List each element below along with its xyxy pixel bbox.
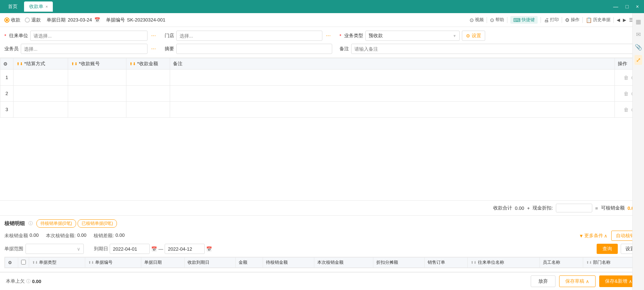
- row-2-account[interactable]: [68, 86, 126, 102]
- sort-dept-icon[interactable]: ⬆⬇: [586, 260, 592, 264]
- date-from-calendar-icon[interactable]: 📅: [151, 246, 157, 252]
- bottom-bar: 本单上欠 ⓘ 0.00 放弃 保存草稿 ∧ 保存&新增 ∧: [0, 272, 644, 290]
- staff-input[interactable]: [21, 44, 148, 54]
- sidebar-attachment-icon[interactable]: 📎: [633, 42, 644, 52]
- table-settings-icon-2[interactable]: ⚙: [8, 260, 12, 265]
- actions-btn[interactable]: ⚙ 操作: [565, 17, 580, 23]
- video-btn[interactable]: ⊙ 视频: [470, 17, 484, 23]
- verify-title: 核销明细: [4, 220, 25, 227]
- discard-btn[interactable]: 放弃: [531, 275, 555, 287]
- next-btn[interactable]: ▶: [623, 17, 626, 23]
- equals-sign: =: [595, 205, 598, 211]
- receipt-radio[interactable]: 收款: [4, 17, 20, 23]
- query-btn[interactable]: 查询: [597, 244, 618, 254]
- total-label: 收款合计: [493, 205, 512, 211]
- staff-more-btn[interactable]: ···: [150, 46, 157, 52]
- range-select[interactable]: ∨: [25, 244, 84, 254]
- shortcut-btn[interactable]: ⌨ 快捷键: [510, 16, 538, 24]
- current-value: 0.00: [77, 232, 86, 239]
- sort-doc-type-icon[interactable]: ⬆⬇: [32, 260, 38, 264]
- verify-tab-pending[interactable]: 待核销单据(0笔): [36, 219, 76, 228]
- settings-label: 设置: [472, 32, 481, 39]
- discount-input[interactable]: [556, 204, 592, 212]
- form-row-1: * 往来单位 ··· 门店 ··· * 业务类型 预收款 ▼ ⚙: [4, 31, 640, 41]
- receipt-radio-dot: [4, 17, 9, 23]
- actions-icon: ⚙: [565, 17, 570, 23]
- table-row: 2 🗑 ⊕: [0, 86, 644, 102]
- vth-checkbox: ⚙: [5, 258, 18, 268]
- business-type-select[interactable]: 预收款 ▼: [365, 31, 460, 41]
- store-input[interactable]: [176, 31, 322, 41]
- maximize-btn[interactable]: □: [623, 4, 631, 9]
- counterparty-more-btn[interactable]: ···: [150, 32, 157, 39]
- minimize-btn[interactable]: —: [611, 4, 620, 9]
- history-btn[interactable]: 📋 历史单据: [586, 17, 610, 23]
- verify-tabs: 待核销单据(0笔) 已核销单据(0笔): [36, 219, 117, 228]
- row-3-settlement[interactable]: [13, 102, 68, 118]
- save-draft-label: 保存草稿: [565, 278, 584, 285]
- select-all-checkbox[interactable]: [21, 260, 26, 264]
- stat-unverified: 未核销金额 0.00: [4, 232, 39, 239]
- row-2-settlement[interactable]: [13, 86, 68, 102]
- tab-active[interactable]: 收款单 ×: [24, 1, 53, 12]
- diff-label: 核销差额:: [94, 232, 114, 239]
- form-area: * 往来单位 ··· 门店 ··· * 业务类型 预收款 ▼ ⚙: [0, 27, 644, 58]
- note-input[interactable]: [351, 44, 640, 54]
- row-num-3: 3: [0, 102, 13, 118]
- row-2-note[interactable]: [170, 86, 615, 102]
- save-draft-btn[interactable]: 保存草稿 ∧: [559, 275, 596, 287]
- row-3-account[interactable]: [68, 102, 126, 118]
- sort-doc-number-icon[interactable]: ⬆⬇: [88, 260, 94, 264]
- row-1-amount[interactable]: [126, 70, 170, 86]
- due-date-label: 到期日: [94, 246, 108, 252]
- verify-table-area: ⚙ ⬆⬇ 单据类型 ⬆⬇ 单据编号 单据日期 收款到期日 金: [4, 257, 640, 268]
- close-btn[interactable]: ×: [634, 4, 641, 9]
- row-3-amount[interactable]: [126, 102, 170, 118]
- date-dash: —: [158, 246, 163, 252]
- business-settings-btn[interactable]: ⚙ 设置: [462, 31, 485, 41]
- table-settings-icon[interactable]: ⚙: [3, 61, 8, 67]
- store-more-btn[interactable]: ···: [325, 32, 332, 39]
- table-row: 1 🗑 ⊕: [0, 70, 644, 86]
- summary-label: 摘要: [165, 46, 174, 52]
- date-to-input[interactable]: [165, 244, 205, 254]
- more-conditions-btn[interactable]: ▼ 更多条件 ∧: [579, 232, 608, 239]
- refund-radio-label: 退款: [31, 17, 41, 23]
- sidebar-expand-icon[interactable]: ⤢: [635, 55, 642, 65]
- date-from-input[interactable]: [110, 244, 150, 254]
- vth-due-date: 收款到期日: [184, 258, 236, 268]
- refund-radio[interactable]: 退款: [25, 17, 41, 23]
- business-type-label: 业务类型: [344, 32, 363, 39]
- sidebar-email-icon[interactable]: ✉: [635, 30, 642, 39]
- current-label: 本次核销金额:: [46, 232, 76, 239]
- row-1-account[interactable]: [68, 70, 126, 86]
- date-calendar-icon[interactable]: 📅: [94, 17, 100, 23]
- th-settings[interactable]: ⚙: [0, 58, 13, 70]
- row-2-amount[interactable]: [126, 86, 170, 102]
- row-2-delete-icon[interactable]: 🗑: [624, 91, 629, 97]
- row-3-note[interactable]: [170, 102, 615, 118]
- divider-5: [582, 17, 583, 23]
- row-1-delete-icon[interactable]: 🗑: [624, 75, 629, 81]
- verify-info-icon[interactable]: ⓘ: [28, 220, 33, 227]
- counterparty-input[interactable]: [30, 31, 148, 41]
- th-account-number: ⬆⬇ *收款账号: [68, 58, 126, 70]
- date-value[interactable]: 2023-03-24: [68, 17, 92, 23]
- sort-counterparty-icon[interactable]: ⬆⬇: [471, 260, 476, 264]
- shortcut-label: 快捷键: [522, 17, 535, 23]
- sidebar-table-icon[interactable]: ▦: [634, 17, 643, 27]
- summary-input[interactable]: [176, 44, 332, 54]
- verify-tab-done[interactable]: 已核销单据(0笔): [78, 219, 117, 228]
- bottom-info-icon[interactable]: ⓘ: [26, 278, 31, 285]
- date-to-calendar-icon[interactable]: 📅: [206, 246, 212, 252]
- tab-home[interactable]: 首页: [3, 1, 23, 12]
- row-1-settlement[interactable]: [13, 70, 68, 86]
- tab-close-icon[interactable]: ×: [46, 4, 48, 9]
- prev-btn[interactable]: ◀: [617, 17, 620, 23]
- video-label: 视频: [475, 17, 484, 23]
- row-3-delete-icon[interactable]: 🗑: [624, 107, 629, 113]
- vth-sales-order: 销售订单: [424, 258, 468, 268]
- help-btn[interactable]: ⊙ 帮助: [490, 17, 504, 23]
- row-1-note[interactable]: [170, 70, 615, 86]
- print-btn[interactable]: 🖨 打印: [544, 17, 559, 23]
